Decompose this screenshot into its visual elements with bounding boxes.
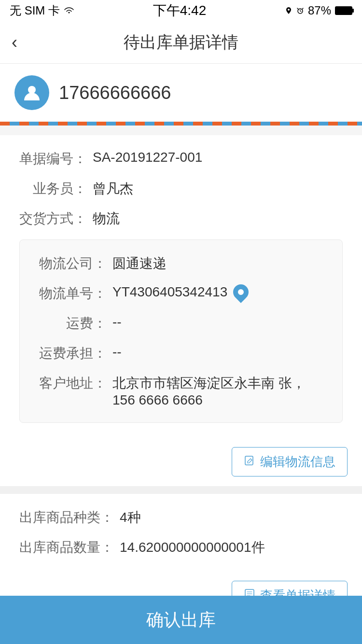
edit-logistics-button[interactable]: 编辑物流信息	[232, 447, 348, 476]
status-time: 下午4:42	[153, 1, 207, 20]
edit-button-label: 编辑物流信息	[260, 453, 335, 470]
product-quantity-label: 出库商品数量：	[19, 538, 114, 557]
order-number-label: 单据编号：	[19, 150, 87, 168]
status-left: 无 SIM 卡	[10, 3, 74, 18]
status-right: 87%	[285, 4, 352, 17]
tracking-number-label: 物流单号：	[39, 284, 107, 303]
svg-point-0	[288, 9, 290, 11]
confirm-button[interactable]: 确认出库	[0, 596, 362, 644]
edit-button-row: 编辑物流信息	[0, 437, 362, 486]
freight-bearer-label: 运费承担：	[39, 344, 107, 363]
tracking-number-row: 物流单号： YT43064053424​13	[39, 284, 323, 303]
freight-row: 运费： --	[39, 314, 323, 333]
salesman-label: 业务员：	[19, 180, 87, 198]
svg-point-2	[28, 86, 36, 94]
dashed-divider	[0, 122, 362, 126]
freight-label: 运费：	[39, 314, 107, 333]
delivery-method-label: 交货方式：	[19, 210, 87, 228]
nav-bar: ‹ 待出库单据详情	[0, 21, 362, 64]
product-types-row: 出库商品种类： 4种	[19, 508, 343, 527]
order-info-section: 单据编号： SA-20191227-001 业务员： 曾凡杰 交货方式： 物流 …	[0, 135, 362, 437]
edit-icon	[244, 455, 255, 469]
gray-divider-1	[0, 486, 362, 494]
product-quantity-value: 14.620000000000001件	[120, 538, 265, 557]
delivery-method-row: 交货方式： 物流	[19, 210, 343, 228]
freight-bearer-row: 运费承担： --	[39, 344, 323, 363]
order-number-row: 单据编号： SA-20191227-001	[19, 150, 343, 168]
page-title: 待出库单据详情	[124, 31, 238, 54]
tracking-number-text: YT43064053424​13	[112, 284, 227, 300]
freight-value: --	[112, 314, 323, 330]
avatar	[14, 75, 49, 110]
person-icon	[22, 83, 42, 102]
confirm-button-label: 确认出库	[146, 608, 216, 632]
delivery-method-value: 物流	[93, 210, 343, 228]
location-icon	[285, 7, 292, 14]
logistics-company-value: 圆通速递	[112, 254, 323, 273]
tracking-number-value: YT43064053424​13	[112, 284, 323, 300]
salesman-row: 业务员： 曾凡杰	[19, 180, 343, 198]
battery-text: 87%	[308, 4, 331, 17]
address-row: 客户地址： 北京市市辖区海淀区永丰南 张，156 6666 6666	[39, 374, 323, 408]
product-quantity-row: 出库商品数量： 14.620000000000001件	[19, 538, 343, 557]
logistics-card: 物流公司： 圆通速递 物流单号： YT43064053424​13 运费： --…	[19, 239, 343, 423]
order-number-value: SA-20191227-001	[93, 150, 343, 165]
logistics-company-row: 物流公司： 圆通速递	[39, 254, 323, 273]
location-pin-icon[interactable]	[230, 281, 252, 303]
carrier-text: 无 SIM 卡	[10, 3, 60, 18]
logistics-company-label: 物流公司：	[39, 254, 107, 273]
alarm-icon	[296, 7, 304, 14]
customer-header: 17666666666	[0, 64, 362, 122]
product-types-label: 出库商品种类：	[19, 508, 114, 527]
product-section: 出库商品种类： 4种 出库商品数量： 14.620000000000001件	[0, 494, 362, 571]
freight-bearer-value: --	[112, 344, 323, 360]
address-label: 客户地址：	[39, 374, 107, 392]
product-types-value: 4种	[120, 508, 141, 527]
customer-phone: 17666666666	[59, 83, 171, 103]
wifi-icon	[64, 7, 74, 14]
address-value: 北京市市辖区海淀区永丰南 张，156 6666 6666	[112, 374, 323, 408]
salesman-value: 曾凡杰	[93, 180, 343, 198]
battery-icon	[335, 6, 352, 15]
back-button[interactable]: ‹	[12, 32, 17, 53]
main-content: 17666666666 单据编号： SA-20191227-001 业务员： 曾…	[0, 64, 362, 644]
status-bar: 无 SIM 卡 下午4:42 87%	[0, 0, 362, 21]
